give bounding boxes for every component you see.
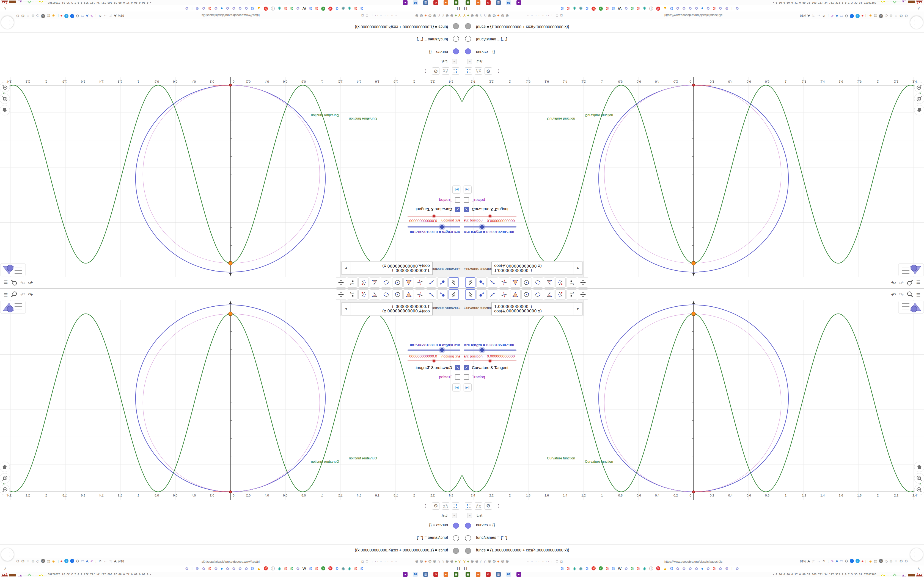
dock-icon[interactable]: ▥ [496,0,501,5]
panel-layout-button[interactable] [465,67,472,75]
bookmark-favicon[interactable]: ⚙ [195,7,199,11]
browser-action-icon[interactable]: ↓ [856,559,859,563]
toolbar-icon[interactable]: ○ [535,560,536,563]
dock-icon[interactable]: ▣ [465,572,470,577]
arc-length-slider[interactable] [464,350,517,351]
bookmark-favicon[interactable]: Я [264,6,268,11]
bookmark-favicon[interactable]: G [713,7,716,11]
browser-action-icon[interactable]: ☆ [109,14,113,18]
browser-action-icon[interactable]: ⚙ [16,559,19,563]
arc-position-slider[interactable] [407,361,460,361]
function-input[interactable]: 1.000000000000 + cos(4.000000000000 x) [491,302,573,316]
arc-position-slider-knob[interactable] [489,215,491,218]
tool-polygon-button[interactable] [510,289,520,300]
dock-icon[interactable]: 64 [506,572,511,577]
visibility-marble[interactable] [465,48,471,55]
extension-icon[interactable]: ⊕ [506,14,509,18]
browser-action-icon[interactable]: ☆ [811,559,815,563]
browser-action-icon[interactable]: ▯ [866,14,867,18]
dock-icon[interactable]: ● [403,0,407,5]
bookmark-favicon[interactable]: f [732,7,733,11]
toolbar-icon[interactable]: ○ [542,560,544,563]
bookmark-favicon[interactable]: W [618,7,622,11]
extension-icon[interactable]: ∩ [484,14,487,18]
play-pause-button[interactable]: ▶❙ [452,186,460,194]
extension-icon[interactable]: ⊕ [506,559,509,563]
toolbar-icon[interactable]: ○ [527,14,529,17]
fullscreen-button[interactable] [1,16,14,29]
dock-icon[interactable]: ▣ [465,0,470,5]
search-icon[interactable] [906,291,914,299]
toolbar-icon[interactable]: ◻ [361,14,364,17]
bookmark-favicon[interactable]: ✿ [625,567,628,571]
bookmark-favicon[interactable]: ✿ [202,7,205,11]
tool-circle-button[interactable] [392,277,402,288]
bookmark-favicon[interactable]: G [251,7,254,11]
bookmark-favicon[interactable]: G [290,567,293,571]
browser-action-icon[interactable]: ♢ [26,14,30,18]
browser-action-icon[interactable]: ● [60,14,62,18]
collapse-button[interactable]: − [467,60,472,64]
dock-icon[interactable]: ▥ [496,572,501,577]
bookmark-favicon[interactable]: ◉ [278,7,281,11]
extension-icon[interactable]: Y [458,559,461,563]
browser-action-icon[interactable]: ⬭ [81,559,84,563]
toolbar-icon[interactable]: ○ [388,560,389,563]
bookmark-favicon[interactable]: ✿ [202,567,205,571]
browser-action-icon[interactable]: A [114,14,116,18]
bookmark-favicon[interactable]: ● [701,7,703,11]
bookmark-favicon[interactable]: ◉ [342,7,345,11]
arc-length-slider-knob[interactable] [480,348,484,352]
bookmark-favicon[interactable]: G [208,7,211,11]
toolbar-icon[interactable]: ○ [395,560,397,563]
toolbar-icon[interactable]: ○ [391,560,393,563]
browser-action-icon[interactable]: A [808,14,810,18]
bookmark-favicon[interactable]: G [606,567,609,571]
bookmark-favicon[interactable]: G [354,7,357,11]
tool-ellipse-button[interactable] [381,277,391,288]
browser-action-icon[interactable]: ↻ [822,14,825,18]
url-text[interactable]: https://www.geogebra.org/classic/aagcxh3… [202,14,260,17]
browser-action-icon[interactable]: + [850,14,854,18]
bookmark-favicon[interactable]: ◉ [348,7,351,11]
browser-action-icon[interactable]: Ⓛ [41,14,45,18]
algebra-row-funcnames[interactable]: funcNames = {" "} [0,32,462,45]
bookmark-favicon[interactable]: ✿ [232,567,236,571]
tool-move-button[interactable] [449,277,459,288]
main-menu-icon[interactable]: ≡ [916,291,921,298]
tool-move-button[interactable] [449,289,459,300]
bookmark-favicon[interactable]: G [284,7,287,11]
extension-icon[interactable]: ⊕ [415,14,418,18]
bookmark-favicon[interactable]: G [567,7,570,11]
toolbar-icon[interactable]: ○ [384,14,386,17]
browser-action-icon[interactable]: ✎ [831,559,834,563]
dock-icon[interactable]: ▥ [423,572,428,577]
toolbar-icon[interactable]: ⬠ [556,14,559,17]
bookmark-favicon[interactable]: ✿ [185,7,188,11]
toolbar-icon[interactable]: ○ [391,14,393,17]
extension-icon[interactable]: ⊕ [446,14,449,18]
bookmark-favicon[interactable]: G [670,567,673,571]
tool-polygon-button[interactable] [510,277,520,288]
dock-icon[interactable]: ● [403,572,407,577]
browser-action-icon[interactable]: ● [861,559,864,563]
browser-action-icon[interactable]: ⚙ [76,559,79,563]
toolbar-icon[interactable]: ← [370,560,373,563]
tool-move-graphics-button[interactable] [336,289,346,300]
extension-icon[interactable]: ⊕ [415,559,418,563]
browser-action-icon[interactable]: A [114,559,116,563]
bookmark-favicon[interactable]: G [360,7,363,11]
kebab-menu-icon[interactable]: ⋮ [496,503,501,509]
toolbar-icon[interactable]: ○ [395,14,397,17]
redo-icon[interactable]: ↷ [20,279,25,285]
extension-icon[interactable]: ⊕ [488,559,491,563]
browser-action-icon[interactable]: ♢ [894,559,898,563]
browser-action-icon[interactable]: ✎ [90,14,94,18]
bookmark-favicon[interactable]: ✓ [599,6,603,11]
function-input[interactable]: 1.000000000000 + cos(4.000000000000 x) [351,302,433,316]
extension-icon[interactable]: ● [467,14,469,18]
collapse-button[interactable]: − [467,513,472,518]
dock-icon[interactable]: ▣ [454,0,459,5]
bookmark-favicon[interactable]: ⚙ [725,7,729,11]
extension-icon[interactable]: ∩ [480,559,483,563]
